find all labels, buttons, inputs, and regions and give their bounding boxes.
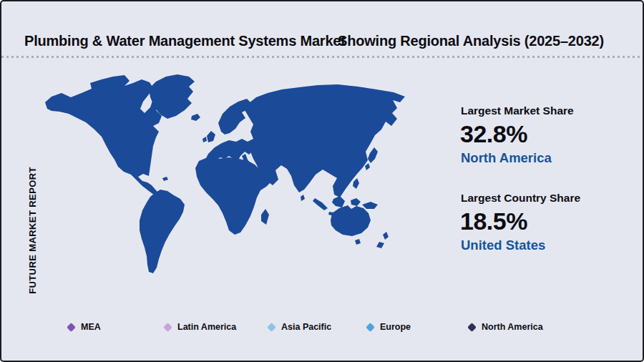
title-analysis-range: Showing Regional Analysis (2025–2032): [338, 33, 604, 49]
largest-market-share-region: North America: [461, 150, 552, 166]
dotted-divider: [1, 56, 643, 58]
latin-america-diamond-icon: [163, 323, 172, 332]
legend-label-europe: Europe: [380, 322, 411, 332]
infographic-canvas: Plumbing & Water Management Systems Mark…: [0, 0, 644, 362]
largest-country-share-value: 18.5%: [460, 207, 527, 235]
legend-label-north-america: North America: [482, 322, 543, 332]
asia-pacific-diamond-icon: [267, 323, 276, 332]
legend-label-mea: MEA: [81, 322, 101, 332]
legend-label-asia-pacific: Asia Pacific: [281, 322, 331, 332]
legend-label-latin-america: Latin America: [177, 322, 236, 332]
largest-country-share-label: Largest Country Share: [461, 192, 580, 205]
world-map-svg: [44, 67, 445, 289]
world-map: [44, 67, 445, 289]
legend-item-asia-pacific: Asia Pacific: [268, 322, 331, 332]
europe-diamond-icon: [366, 323, 375, 332]
brand-watermark: FUTURE MARKET REPORT: [27, 159, 39, 302]
legend-item-latin-america: Latin America: [165, 322, 236, 332]
title-market-name: Plumbing & Water Management Systems Mark…: [24, 33, 346, 49]
legend-item-mea: MEA: [68, 322, 101, 332]
largest-country-share-region: United States: [461, 238, 545, 253]
legend-item-europe: Europe: [367, 322, 411, 332]
mea-diamond-icon: [67, 323, 76, 332]
north-america-diamond-icon: [467, 323, 477, 332]
largest-market-share-label: Largest Market Share: [461, 104, 574, 117]
largest-market-share-value: 32.8%: [460, 120, 527, 148]
legend-item-north-america: North America: [469, 322, 543, 332]
